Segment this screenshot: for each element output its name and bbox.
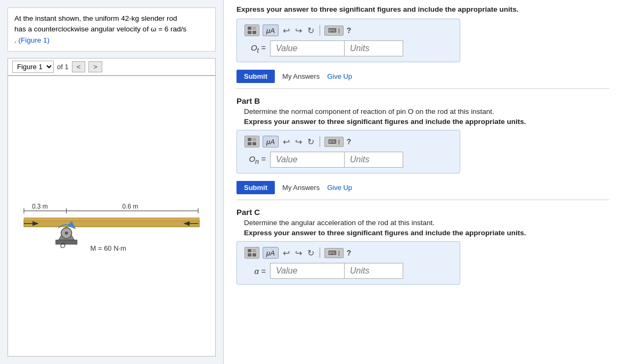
partA-matrix-button[interactable]	[244, 24, 259, 36]
partA-submit-button[interactable]: Submit	[236, 70, 275, 83]
figure-canvas: 0.3 m 0.6 m O M = 60 N·m	[7, 76, 216, 357]
partB-description: Determine the normal component of reacti…	[244, 107, 609, 115]
partB-give-up-link[interactable]: Give Up	[327, 184, 352, 192]
left-panel: At the instant shown, the uniform 42-kg …	[0, 0, 224, 364]
partC-sep2: |	[338, 250, 340, 256]
partA-separator	[320, 25, 320, 36]
partC-description: Determine the angular acceleration of th…	[244, 219, 609, 227]
partA-undo-button[interactable]: ↩	[282, 26, 291, 36]
partC-separator	[320, 247, 320, 258]
partB-toolbar: μA ↩ ↪ ↻ ⌨ | ?	[244, 136, 452, 147]
partB-mu-button[interactable]: μA	[263, 136, 279, 147]
partC-header: Part C	[236, 208, 609, 217]
partB-separator	[320, 136, 320, 147]
partA-my-answers-link[interactable]: My Answers	[282, 72, 320, 80]
partA-sep2: |	[338, 27, 340, 34]
partA-toolbar: μA ↩ ↪ ↻ ⌨ | ?	[244, 24, 452, 36]
partC-undo-button[interactable]: ↩	[282, 248, 291, 258]
right-panel: Express your answer to three significant…	[224, 0, 620, 364]
partB-units-input[interactable]	[345, 152, 403, 168]
partB-divider	[236, 200, 609, 200]
partA-give-up-link[interactable]: Give Up	[327, 72, 352, 80]
figure-prev-button[interactable]: <	[72, 61, 86, 72]
partA-input-row: Ot =	[244, 40, 452, 56]
partC-help-button[interactable]: ?	[347, 249, 352, 257]
partB-refresh-button[interactable]: ↻	[306, 137, 315, 147]
partA-value-input[interactable]	[270, 40, 345, 56]
partC-instruction: Express your answer to three significant…	[244, 229, 609, 237]
keyboard-icon: ⌨	[328, 27, 337, 34]
partB-answer-box: μA ↩ ↪ ↻ ⌨ | ? On =	[236, 130, 460, 173]
figure-svg: 0.3 m 0.6 m O M = 60 N·m	[8, 76, 215, 356]
figure-next-button[interactable]: >	[88, 61, 102, 72]
svg-rect-3	[56, 240, 77, 244]
partC-var-label: α =	[244, 267, 266, 276]
dim-06m: 0.6 m	[122, 203, 138, 210]
partB-input-row: On =	[244, 152, 452, 168]
figure-reference-link[interactable]: (Figure 1)	[19, 36, 50, 44]
figure-controls: Figure 1 of 1 < >	[7, 58, 216, 76]
partA-units-input[interactable]	[345, 40, 403, 56]
partA-refresh-button[interactable]: ↻	[306, 26, 315, 36]
svg-point-5	[65, 231, 68, 235]
svg-rect-1	[24, 218, 199, 221]
partB-matrix-button[interactable]	[244, 136, 259, 147]
partC-keyboard-button[interactable]: ⌨ |	[324, 248, 344, 258]
partA-mu-button[interactable]: μA	[263, 24, 279, 36]
svg-rect-0	[24, 220, 199, 227]
partB-my-answers-link[interactable]: My Answers	[282, 184, 320, 192]
partA-answer-box: μA ↩ ↪ ↻ ⌨ | ? Ot =	[236, 19, 460, 62]
partC-mu-button[interactable]: μA	[263, 247, 279, 259]
partB-keyboard-icon: ⌨	[328, 138, 337, 145]
point-o-label: O	[60, 242, 66, 250]
partC-keyboard-icon: ⌨	[328, 250, 337, 257]
partB-submit-button[interactable]: Submit	[236, 181, 275, 194]
dim-03m: 0.3 m	[32, 203, 48, 210]
partA-keyboard-button[interactable]: ⌨ |	[324, 26, 344, 36]
partC-matrix-button[interactable]	[244, 247, 259, 259]
partB-help-button[interactable]: ?	[347, 137, 352, 146]
partA-var-label: Ot =	[244, 43, 266, 54]
partB-undo-button[interactable]: ↩	[282, 137, 291, 147]
partC-input-row: α =	[244, 263, 452, 279]
torque-label: M = 60 N·m	[91, 244, 126, 252]
partC-toolbar: μA ↩ ↪ ↻ ⌨ | ?	[244, 247, 452, 259]
partA-submit-row: Submit My Answers Give Up	[236, 70, 609, 83]
figure-select[interactable]: Figure 1	[12, 61, 54, 73]
partC-answer-box: μA ↩ ↪ ↻ ⌨ | ? α =	[236, 241, 460, 285]
problem-text-line1: At the instant shown, the uniform 42-kg …	[14, 14, 177, 22]
partB-value-input[interactable]	[270, 152, 345, 168]
problem-text-line2: has a counterclockwise angular velocity …	[14, 25, 186, 33]
partC-units-input[interactable]	[345, 263, 403, 279]
partA-redo-button[interactable]: ↪	[294, 26, 303, 36]
partB-keyboard-button[interactable]: ⌨ |	[324, 137, 344, 147]
figure-of-label: of 1	[57, 63, 69, 71]
partC-refresh-button[interactable]: ↻	[306, 248, 315, 258]
partC-value-input[interactable]	[270, 263, 345, 279]
partA-help-button[interactable]: ?	[347, 26, 352, 35]
problem-statement: At the instant shown, the uniform 42-kg …	[7, 7, 216, 52]
partC-redo-button[interactable]: ↪	[294, 248, 303, 258]
partA-instruction: Express your answer to three significant…	[236, 5, 609, 13]
partB-instruction: Express your answer to three significant…	[244, 118, 609, 126]
matrix-icon	[248, 27, 256, 34]
partA-divider	[236, 88, 609, 89]
partB-submit-row: Submit My Answers Give Up	[236, 181, 609, 194]
partC-matrix-icon	[248, 249, 256, 257]
partB-redo-button[interactable]: ↪	[294, 137, 303, 147]
partB-header: Part B	[236, 96, 609, 105]
partB-matrix-icon	[248, 138, 256, 145]
partB-var-label: On =	[244, 154, 266, 166]
partB-sep2: |	[338, 138, 340, 145]
